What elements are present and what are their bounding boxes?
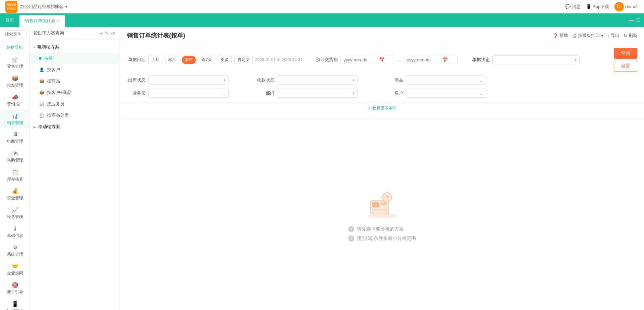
collection-status-arrow: ▾ [350, 78, 357, 83]
scheme-item-by-goods[interactable]: 📦 按商品 [30, 75, 120, 87]
order-status-group: 单据状态 ▾ [471, 55, 607, 64]
order-status-dropdown[interactable]: ▾ [492, 55, 580, 64]
basic-icon: ℹ [14, 225, 16, 232]
app-download-btn[interactable]: 📱 App下载 [586, 4, 609, 10]
collab-icon: 🤝 [12, 263, 18, 269]
wholesale-icon: 📦 [12, 75, 18, 82]
date-this-year-btn[interactable]: 本年 [182, 56, 196, 64]
tab-minimize-icon[interactable]: — [629, 17, 634, 23]
sidebar-item-label: 批发管理 [7, 83, 23, 88]
sidebar-item-collab[interactable]: 🤝 企业协同 [0, 260, 29, 279]
pc-group-arrow: ▾ [34, 45, 35, 49]
sidebar-shortcut[interactable]: 快捷导航 [0, 42, 29, 53]
svg-rect-3 [380, 202, 387, 205]
scheme-item-by-salesman[interactable]: 📊 按业务员 [30, 98, 120, 110]
customer-dropdown[interactable]: ... [406, 89, 486, 98]
calendar-end-icon: 📅 [442, 57, 448, 62]
message-label: 消息 [572, 4, 581, 10]
sidebar-item-purchase[interactable]: 🛍 采购管理 [0, 147, 29, 166]
order-status-input[interactable] [493, 56, 572, 64]
step2-num: 2 [348, 236, 354, 242]
scheme-item-by-category[interactable]: 📋 按商品分类 [30, 110, 120, 121]
scheme-item-by-customer[interactable]: 👤 按客户 [30, 64, 120, 75]
sidebar-item-label: 销售管理 [7, 120, 23, 126]
collapse-bar[interactable]: ∧ 收起更多条件 [120, 102, 644, 114]
sidebar-item-wholesale[interactable]: 📦 批发管理 [0, 72, 29, 91]
search-input[interactable] [3, 30, 26, 38]
scheme-item-by-order[interactable]: 按单 [30, 53, 120, 64]
sidebar-item-inventory[interactable]: 📋 库存核算 [0, 166, 29, 185]
user-menu[interactable]: Ea demo2 [614, 2, 639, 11]
sidebar-item-label: 新手引导 [7, 289, 23, 295]
department-dropdown[interactable]: ▾ [277, 89, 358, 98]
collection-status-dropdown[interactable]: ▾ [277, 75, 358, 85]
sidebar-item-marketing[interactable]: 📣 营销推广 [0, 91, 29, 110]
sidebar-item-retail[interactable]: 🛒 零售管理 [0, 53, 29, 72]
customer-input[interactable] [406, 89, 477, 97]
salesman-input[interactable] [149, 89, 220, 97]
date-last-month-btn[interactable]: 上月 [148, 56, 162, 64]
sidebar-item-label: 应用中心 [7, 308, 23, 310]
help-btn[interactable]: ❓ 帮助 [553, 33, 568, 39]
app-title-arrow: ▾ [65, 4, 67, 9]
sidebar-item-system[interactable]: ⚙ 系统管理 [0, 241, 29, 260]
sales-icon: 📊 [12, 113, 18, 119]
sidebar-item-sales[interactable]: 📊 销售管理 [0, 110, 29, 128]
print-btn[interactable]: 🖨 按模板打印 ▾ [572, 33, 603, 39]
help-icon: ❓ [553, 33, 558, 38]
appcenter-icon: 📱 [12, 301, 18, 307]
empty-step-1: 1 请先选择要分析的方案 [348, 226, 416, 232]
customer-more[interactable]: ... [477, 91, 486, 96]
sidebar-item-ecommerce[interactable]: 🖥 电商管理 [0, 128, 29, 147]
date-this-month-btn[interactable]: 本月 [165, 56, 179, 64]
goods-dropdown[interactable]: ... [406, 75, 486, 85]
sidebar-item-label: 经营管理 [7, 214, 23, 220]
salesman-more[interactable]: ... [220, 91, 228, 96]
page-title: 销售订单统计表(按单) [127, 32, 185, 40]
goods-input[interactable] [406, 76, 477, 84]
ship-status-dropdown[interactable]: ▾ [148, 75, 229, 85]
mobile-scheme-group-title[interactable]: ▶ 移动端方案 [30, 121, 120, 133]
tab-sales-order[interactable]: 销售订单统计表 × [19, 15, 65, 27]
content-area: 按以下方案查询 + ✎ ≪ ▾ 电脑端方案 按单 [30, 27, 644, 310]
expected-date-end-input[interactable] [407, 57, 440, 62]
date-more-btn[interactable]: 更多 [218, 56, 232, 64]
empty-step-2: 2 用[过滤]条件来缩小分析范围 [348, 236, 416, 242]
settings-btn[interactable]: 设置 [614, 61, 637, 71]
refresh-btn[interactable]: ↻ 刷新 [624, 33, 637, 39]
sidebar-item-appcenter[interactable]: 📱 应用中心 [0, 298, 29, 310]
goods-more[interactable]: ... [477, 78, 486, 83]
export-btn[interactable]: ↓ 导出 [607, 33, 620, 39]
message-btn[interactable]: 💬 消息 [565, 4, 581, 10]
salesman-dropdown[interactable]: ... [148, 89, 229, 98]
customer-group: 客户 ... [384, 89, 486, 98]
tab-home[interactable]: 首页 [0, 13, 19, 27]
expected-date-start[interactable]: 📅 [340, 56, 394, 64]
salesman-scheme-icon: 📊 [39, 101, 44, 107]
date-last7-btn[interactable]: 近7天 [199, 56, 215, 64]
ship-status-input[interactable] [149, 76, 221, 84]
sidebar-item-basic[interactable]: ℹ 基础信息 [0, 222, 29, 241]
sidebar-item-label: 营销推广 [7, 101, 23, 107]
expected-date-start-input[interactable] [343, 57, 377, 62]
edit-scheme-icon[interactable]: ✎ [105, 31, 109, 36]
department-input[interactable] [277, 89, 350, 97]
sidebar-item-label: 资金管理 [7, 195, 23, 201]
expected-date-end[interactable]: 📅 [404, 56, 458, 64]
scheme-item-by-customer-goods[interactable]: 📦 按客户+商品 [30, 87, 120, 98]
sidebar-item-guide[interactable]: 🎯 新手引导 [0, 279, 29, 298]
active-indicator [39, 57, 42, 60]
collection-status-input[interactable] [277, 76, 350, 84]
sidebar-item-finance[interactable]: 💰 资金管理 [0, 185, 29, 204]
search-btn[interactable]: 查询 [614, 48, 637, 59]
sidebar-item-management[interactable]: 📈 经营管理 [0, 204, 29, 222]
tab-close-icon[interactable]: × [57, 19, 59, 23]
sidebar-item-label: 基础信息 [7, 233, 23, 239]
add-scheme-icon[interactable]: + [100, 31, 103, 36]
date-custom-btn[interactable]: 自定义 [234, 56, 253, 64]
tab-maximize-icon[interactable]: □ [637, 17, 640, 23]
collapse-panel-icon[interactable]: ≪ [111, 31, 116, 36]
pc-scheme-group-title[interactable]: ▾ 电脑端方案 [30, 41, 120, 53]
app-selector[interactable]: 办公用品行业模拟账套 ▾ [20, 4, 67, 10]
date-separator: — [397, 57, 401, 62]
